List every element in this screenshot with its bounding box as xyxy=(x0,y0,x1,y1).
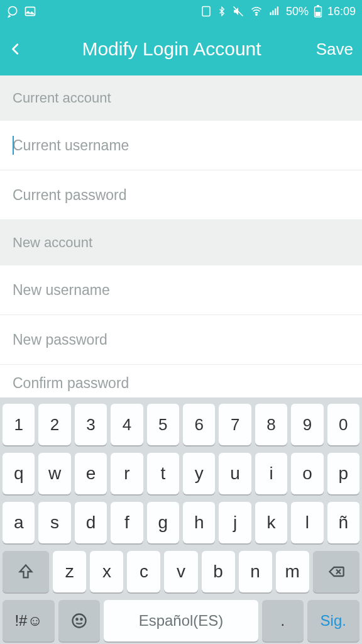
status-left xyxy=(6,5,36,18)
key-l[interactable]: l xyxy=(291,502,323,543)
svg-rect-7 xyxy=(275,9,276,16)
key-6[interactable]: 6 xyxy=(183,404,215,445)
period-key[interactable]: . xyxy=(262,600,303,641)
keyboard-row-bottom: !#☺ Español(ES) . Sig. xyxy=(3,600,359,641)
key-e[interactable]: e xyxy=(75,453,107,494)
field-new-username[interactable] xyxy=(0,265,362,315)
key-p[interactable]: p xyxy=(327,453,359,494)
svg-point-15 xyxy=(76,619,77,620)
key-v[interactable]: v xyxy=(164,551,197,592)
status-right: 50% 16:09 xyxy=(200,5,356,18)
whatsapp-icon xyxy=(6,5,19,18)
wifi-icon xyxy=(250,6,263,17)
key-4[interactable]: 4 xyxy=(111,404,143,445)
section-header-new: New account xyxy=(0,220,362,265)
page-title: Modify Login Account xyxy=(34,38,309,60)
next-key[interactable]: Sig. xyxy=(307,600,359,641)
key-x[interactable]: x xyxy=(90,551,123,592)
svg-point-14 xyxy=(73,614,86,628)
svg-rect-8 xyxy=(277,7,278,16)
key-3[interactable]: 3 xyxy=(75,404,107,445)
key-ñ[interactable]: ñ xyxy=(327,502,359,543)
spacebar-key[interactable]: Español(ES) xyxy=(104,600,259,641)
svg-rect-6 xyxy=(272,11,273,16)
key-j[interactable]: j xyxy=(219,502,251,543)
svg-rect-2 xyxy=(202,7,210,16)
keyboard-row-zxcv: zxcvbnm xyxy=(3,551,359,592)
current-username-input[interactable] xyxy=(13,137,349,154)
bluetooth-icon xyxy=(217,6,227,17)
key-n[interactable]: n xyxy=(239,551,272,592)
battery-icon xyxy=(314,5,322,18)
key-y[interactable]: y xyxy=(183,453,215,494)
key-5[interactable]: 5 xyxy=(147,404,179,445)
confirm-password-input[interactable] xyxy=(13,375,349,392)
field-current-username[interactable] xyxy=(0,121,362,170)
backspace-key[interactable] xyxy=(313,551,359,592)
key-2[interactable]: 2 xyxy=(38,404,70,445)
emoji-key[interactable] xyxy=(58,600,99,641)
key-1[interactable]: 1 xyxy=(3,404,35,445)
key-w[interactable]: w xyxy=(38,453,70,494)
key-o[interactable]: o xyxy=(291,453,323,494)
section-header-current: Current account xyxy=(0,75,362,121)
field-confirm-password[interactable] xyxy=(0,365,362,402)
key-7[interactable]: 7 xyxy=(219,404,251,445)
current-password-input[interactable] xyxy=(13,187,349,204)
text-cursor xyxy=(13,136,14,155)
key-a[interactable]: a xyxy=(3,502,35,543)
field-new-password[interactable] xyxy=(0,315,362,365)
key-u[interactable]: u xyxy=(219,453,251,494)
key-g[interactable]: g xyxy=(147,502,179,543)
key-s[interactable]: s xyxy=(38,502,70,543)
shift-key[interactable] xyxy=(3,551,49,592)
key-i[interactable]: i xyxy=(255,453,287,494)
svg-point-4 xyxy=(256,14,257,15)
key-z[interactable]: z xyxy=(53,551,86,592)
key-8[interactable]: 8 xyxy=(255,404,287,445)
keyboard-row-numbers: 1234567890 xyxy=(3,404,359,445)
svg-point-16 xyxy=(80,619,82,620)
key-r[interactable]: r xyxy=(111,453,143,494)
mute-icon xyxy=(232,6,244,17)
svg-rect-10 xyxy=(317,5,319,7)
new-password-input[interactable] xyxy=(13,331,349,348)
key-t[interactable]: t xyxy=(147,453,179,494)
keyboard: 1234567890 qwertyuiop asdfghjklñ zxcvbnm… xyxy=(0,397,362,644)
nav-bar: Modify Login Account Save xyxy=(0,23,362,75)
svg-rect-11 xyxy=(315,12,321,16)
svg-point-0 xyxy=(8,7,16,15)
download-icon xyxy=(200,6,212,17)
key-k[interactable]: k xyxy=(255,502,287,543)
key-9[interactable]: 9 xyxy=(291,404,323,445)
image-icon xyxy=(24,5,36,18)
svg-rect-5 xyxy=(270,13,271,16)
signal-icon xyxy=(268,6,281,17)
status-bar: 50% 16:09 xyxy=(0,0,362,23)
field-current-password[interactable] xyxy=(0,170,362,220)
content: Current account New account xyxy=(0,75,362,402)
key-c[interactable]: c xyxy=(127,551,160,592)
new-username-input[interactable] xyxy=(13,282,349,299)
key-h[interactable]: h xyxy=(183,502,215,543)
key-0[interactable]: 0 xyxy=(327,404,359,445)
key-m[interactable]: m xyxy=(276,551,309,592)
key-f[interactable]: f xyxy=(111,502,143,543)
key-q[interactable]: q xyxy=(3,453,35,494)
save-button[interactable]: Save xyxy=(309,40,353,59)
back-button[interactable] xyxy=(9,38,34,60)
keyboard-row-qwerty: qwertyuiop xyxy=(3,453,359,494)
clock-text: 16:09 xyxy=(327,5,356,18)
symbols-key[interactable]: !#☺ xyxy=(3,600,55,641)
key-b[interactable]: b xyxy=(202,551,235,592)
keyboard-row-asdf: asdfghjklñ xyxy=(3,502,359,543)
key-d[interactable]: d xyxy=(75,502,107,543)
battery-percent: 50% xyxy=(286,5,309,18)
